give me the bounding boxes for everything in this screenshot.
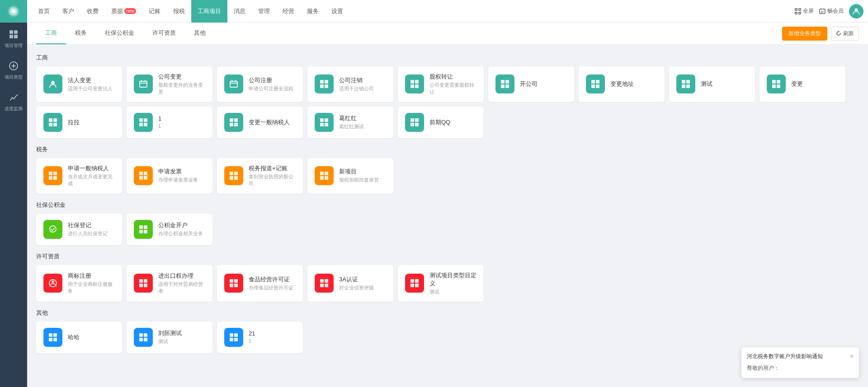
nav-message[interactable]: 消息 (227, 0, 252, 23)
avatar[interactable] (849, 4, 863, 19)
card-desc-apply-taxpayer: 当月或次月成变更完成 (68, 173, 115, 187)
card-apply-taxpayer[interactable]: 申请一般纳税人当月或次月成变更完成 (36, 158, 122, 194)
grid-icon (48, 171, 58, 181)
card-desc-liupeng-test: 测试 (158, 338, 182, 345)
notification-close-btn[interactable]: × (850, 353, 854, 360)
card-open-company[interactable]: 开公司 (488, 66, 574, 102)
card-icon-apply-invoice (134, 166, 153, 185)
nav-home[interactable]: 首页 (32, 0, 56, 23)
nav-tax[interactable]: 报税 (167, 0, 191, 23)
card-company-change[interactable]: 公司变更股权变更外的业务变更 (127, 66, 212, 102)
tab-gongshang[interactable]: 工商 (36, 23, 66, 44)
svg-rect-63 (53, 176, 57, 180)
section-title-shuiwu-section: 税务 (36, 145, 859, 154)
svg-rect-70 (230, 176, 233, 180)
svg-rect-62 (49, 176, 52, 180)
card-desc-apply-invoice: 办理申请发票业务 (158, 177, 198, 183)
card-name-qianqi-qq: 前期QQ (429, 118, 450, 126)
card-twentyone[interactable]: 211 (217, 322, 303, 353)
cards-grid-gongshang-section: 法人变更适用于公司变更法人公司变更股权变更外的业务变更公司注册申请公司注册全流程… (36, 66, 859, 138)
svg-rect-93 (325, 284, 328, 287)
grid-icon (138, 224, 148, 234)
svg-rect-18 (320, 84, 324, 88)
tab-xuke[interactable]: 许可资质 (143, 23, 185, 44)
card-desc-company-change: 股权变更外的业务变更 (158, 82, 205, 96)
card-tax-report-accounting[interactable]: 税务报道+记账拿到营业执照的新公司 (217, 158, 303, 194)
card-icon-change-address (586, 75, 605, 93)
refresh-button[interactable]: 刷新 (831, 27, 859, 41)
nav-ticket[interactable]: 票据 new (105, 0, 142, 23)
tab-other[interactable]: 其他 (185, 23, 215, 44)
card-equity-transfer[interactable]: 股权转让公司变更需要股权转让 (398, 66, 484, 102)
svg-rect-104 (139, 338, 143, 341)
notification-title: 河北税务数字账户升级影响通知 (747, 353, 823, 360)
sidebar-logo (0, 0, 27, 23)
card-lala[interactable]: 拉拉 (36, 107, 122, 138)
card-icon-company-cancel (315, 75, 334, 93)
card-apply-invoice[interactable]: 申请发票办理申请发票业务 (127, 158, 212, 194)
card-food-license[interactable]: 食品经营许可证办理食品经营许可证 (217, 265, 303, 302)
svg-point-81 (52, 280, 54, 283)
tab-shuiwu[interactable]: 税务 (66, 23, 96, 44)
card-company-cancel[interactable]: 公司注销适用于注销公司 (307, 66, 393, 102)
nav-accounting[interactable]: 记账 (142, 0, 167, 23)
card-test-type[interactable]: 测试项目类型目定义测试 (398, 265, 484, 302)
member-btn[interactable]: 畅会员 (819, 7, 844, 15)
card-icon-test (676, 75, 695, 93)
card-icon-liupeng-test (134, 328, 153, 347)
fullscreen-btn[interactable]: 全屏 (795, 7, 814, 15)
svg-rect-67 (144, 176, 147, 180)
card-social-register[interactable]: 社保登记进行人员社保登记 (36, 214, 122, 245)
nav-bizproject[interactable]: 工商项目 (191, 0, 227, 23)
svg-rect-2 (9, 30, 13, 34)
card-name-one: 1 (158, 115, 161, 122)
card-company-register[interactable]: 公司注册申请公司注册全流程 (217, 66, 303, 102)
grid-icon (138, 278, 148, 288)
card-trademark[interactable]: 商标注册用于企业商标注册服务 (36, 265, 122, 302)
card-test[interactable]: 测试 (669, 66, 755, 102)
card-change[interactable]: 变更 (760, 66, 845, 102)
grid-icon (410, 278, 420, 288)
card-legal-change[interactable]: 法人变更适用于公司变更法人 (36, 66, 122, 102)
card-haha[interactable]: 哈哈 (36, 322, 122, 353)
nav-operation[interactable]: 经营 (276, 0, 301, 23)
svg-rect-75 (325, 176, 328, 180)
card-qianqi-qq[interactable]: 前期QQ (398, 107, 484, 138)
card-icon-test-type (405, 274, 424, 293)
nav-manage[interactable]: 管理 (252, 0, 276, 23)
card-icon-mahongfu (315, 113, 334, 132)
card-import-export[interactable]: 进出口权办理适用于对外贸易经营者 (127, 265, 212, 302)
sidebar-item-progress-monitor[interactable]: 进度监测 (0, 86, 27, 117)
svg-rect-86 (230, 279, 233, 283)
notification-header: 河北税务数字账户升级影响通知 × (747, 353, 854, 360)
card-fund-account[interactable]: 公积金开户办理公积金相关业务 (127, 214, 212, 245)
nav-settings[interactable]: 设置 (325, 0, 349, 23)
card-liupeng-test[interactable]: 刘胚测试测试 (127, 322, 212, 353)
card-change-taxpayer[interactable]: 变更一般纳税人 (217, 107, 303, 138)
card-change-address[interactable]: 变更地址 (579, 66, 665, 102)
card-name-company-register: 公司注册 (249, 76, 293, 84)
card-new-project[interactable]: 新项目报税加税控盘保管 (307, 158, 393, 194)
card-3a-cert[interactable]: 3A认证对企业信誉评级 (307, 265, 393, 302)
sidebar-item-project-type[interactable]: 项目类型 (0, 54, 27, 86)
grid-icon (681, 79, 691, 89)
nav-billing[interactable]: 收费 (80, 0, 105, 23)
notification-popup: 河北税务数字账户升级影响通知 × 尊敬的用户： (741, 347, 859, 378)
svg-rect-79 (144, 230, 147, 233)
grid-icon (138, 171, 148, 181)
grid-icon (229, 117, 239, 127)
card-name-change-address: 变更地址 (610, 80, 634, 88)
card-icon-fund-account (134, 220, 153, 239)
nav-customer[interactable]: 客户 (56, 0, 80, 23)
cards-grid-shuiwu-section: 申请一般纳税人当月或次月成变更完成 申请发票办理申请发票业务 税务报道+记账拿到… (36, 158, 859, 194)
cards-grid-other-section: 哈哈 刘胚测试测试 211 (36, 322, 859, 353)
svg-rect-89 (234, 284, 238, 287)
card-mahongfu[interactable]: 葛红红葛红红测试 (307, 107, 393, 138)
grid-icon (48, 332, 58, 342)
new-type-button[interactable]: 新增业务类型 (782, 27, 827, 41)
project-type-icon (7, 60, 20, 72)
nav-service[interactable]: 服务 (301, 0, 325, 23)
card-one[interactable]: 11 (127, 107, 212, 138)
tab-shebao[interactable]: 社保公积金 (96, 23, 143, 44)
sidebar-item-project-manage[interactable]: 项目管理 (0, 23, 27, 54)
